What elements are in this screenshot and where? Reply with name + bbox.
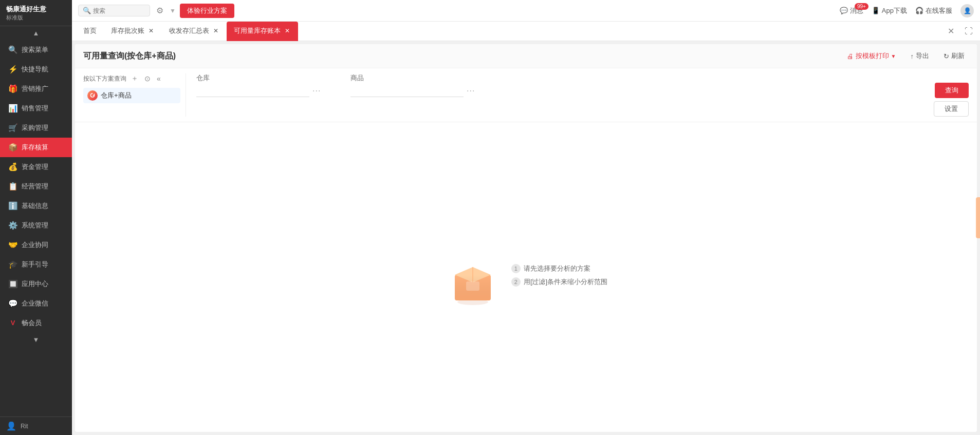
- phone-icon: 📱: [872, 7, 880, 14]
- sidebar-item-label: 销售管理: [22, 104, 48, 113]
- sidebar-footer[interactable]: 👤 Rit: [0, 417, 72, 435]
- management-icon: 📋: [8, 182, 17, 191]
- headset-icon: 🎧: [915, 7, 923, 14]
- sidebar-item-label: 基础信息: [22, 201, 48, 211]
- sidebar-item-marketing[interactable]: 🎁 营销推广: [0, 79, 72, 99]
- main-area: 🔍 ⚙ ▼ 体验行业方案 💬 消息 99+ 📱 App下载 🎧 在线客服 👤: [72, 0, 980, 435]
- collapse-icon[interactable]: «: [155, 74, 162, 83]
- tab-summary[interactable]: 收发存汇总表 ✕: [162, 22, 227, 41]
- sidebar-item-label: 营销推广: [22, 84, 48, 93]
- goods-input-row: ···: [350, 85, 494, 97]
- sidebar-item-inventory[interactable]: 📦 库存核算: [0, 138, 72, 157]
- tab-available-close-icon[interactable]: ✕: [284, 27, 291, 34]
- topbar-online-service[interactable]: 🎧 在线客服: [915, 6, 952, 15]
- right-scroll-hint: [976, 197, 980, 238]
- export-label: 导出: [916, 51, 929, 61]
- tab-summary-label: 收发存汇总表: [169, 26, 209, 35]
- sidebar-item-management[interactable]: 📋 经营管理: [0, 177, 72, 196]
- empty-state: 1 请先选择要分析的方案 2 用[过滤]条件来缩小分析范围: [75, 122, 977, 432]
- close-window-icon[interactable]: ✕: [945, 25, 957, 37]
- sidebar-item-wecom[interactable]: 💬 企业微信: [0, 294, 72, 313]
- tab-home-label: 首页: [83, 26, 97, 35]
- window-controls: ✕ ⛶: [945, 25, 976, 37]
- topbar-search-input[interactable]: [93, 7, 144, 14]
- topbar-dropdown-icon[interactable]: ▼: [170, 7, 176, 14]
- add-scheme-icon[interactable]: ＋: [130, 73, 140, 84]
- sidebar-item-finance[interactable]: 💰 资金管理: [0, 157, 72, 177]
- empty-tip-2: 2 用[过滤]条件来缩小分析范围: [511, 277, 607, 287]
- collab-icon: 🤝: [8, 240, 17, 250]
- tab-batch-account[interactable]: 库存批次账 ✕: [104, 22, 162, 41]
- quicknav-icon: ⚡: [8, 65, 17, 74]
- page-title: 可用量查询(按仓库+商品): [83, 51, 176, 62]
- tab-batch-label: 库存批次账: [111, 26, 144, 35]
- topbar-user-avatar[interactable]: 👤: [960, 4, 974, 17]
- sidebar-item-label: 系统管理: [22, 221, 48, 230]
- brand-edition: 标准版: [6, 14, 66, 22]
- scheme-refresh-icon: [89, 92, 96, 99]
- sidebar-item-guide[interactable]: 🎓 新手引导: [0, 255, 72, 274]
- sidebar-item-label: 搜索菜单: [22, 45, 48, 54]
- sidebar: 畅康通好生意 标准版 ▲ 🔍 搜索菜单 ⚡ 快捷导航 🎁 营销推广 📊 销售管理…: [0, 0, 72, 435]
- tab-available-qty[interactable]: 可用量库存账本 ✕: [227, 22, 298, 41]
- topbar-app-download[interactable]: 📱 App下载: [872, 6, 907, 15]
- sidebar-item-system[interactable]: ⚙️ 系统管理: [0, 216, 72, 235]
- empty-state-content: 1 请先选择要分析的方案 2 用[过滤]条件来缩小分析范围: [445, 252, 607, 303]
- maximize-window-icon[interactable]: ⛶: [961, 26, 976, 37]
- empty-tip-2-text: 用[过滤]条件来缩小分析范围: [524, 277, 607, 287]
- topbar-search-box[interactable]: 🔍: [78, 5, 150, 16]
- sidebar-item-quicknav[interactable]: ⚡ 快捷导航: [0, 60, 72, 79]
- sidebar-scroll-down[interactable]: ▼: [0, 333, 72, 347]
- export-icon: ↑: [911, 52, 914, 60]
- user-avatar: 👤: [960, 4, 974, 17]
- filter-field-goods: 商品 ···: [350, 73, 494, 97]
- sidebar-item-appcenter[interactable]: 🔲 应用中心: [0, 274, 72, 294]
- system-icon: ⚙️: [8, 221, 17, 230]
- goods-filter-label: 商品: [350, 73, 494, 83]
- svg-rect-4: [466, 281, 479, 291]
- print-button[interactable]: 🖨 按模板打印 ▼: [843, 49, 900, 63]
- warehouse-dots-icon[interactable]: ···: [312, 86, 321, 96]
- print-label: 按模板打印: [856, 51, 889, 61]
- sidebar-item-member[interactable]: V 畅会员: [0, 313, 72, 333]
- sidebar-scroll-up[interactable]: ▲: [0, 26, 72, 40]
- tab-summary-close-icon[interactable]: ✕: [212, 27, 219, 34]
- topbar-gear-icon[interactable]: ⚙: [154, 4, 165, 17]
- brand-name: 畅康通好生意: [6, 5, 66, 14]
- settings-button[interactable]: 设置: [934, 101, 969, 117]
- print-icon: 🖨: [847, 52, 854, 60]
- tab-home[interactable]: 首页: [76, 22, 104, 41]
- scheme-item-warehouse-goods[interactable]: 仓库+商品: [83, 88, 180, 103]
- sidebar-item-basic-info[interactable]: ℹ️ 基础信息: [0, 196, 72, 216]
- message-icon: 💬: [840, 7, 848, 14]
- warehouse-input-row: ···: [196, 85, 340, 97]
- sidebar-item-label: 资金管理: [22, 162, 48, 172]
- settings-scheme-icon[interactable]: ⊙: [143, 74, 152, 83]
- goods-input[interactable]: [350, 85, 464, 97]
- warehouse-input[interactable]: [196, 85, 309, 97]
- sidebar-item-label: 经营管理: [22, 182, 48, 191]
- sidebar-item-purchase[interactable]: 🛒 采购管理: [0, 118, 72, 138]
- sidebar-item-search[interactable]: 🔍 搜索菜单: [0, 40, 72, 60]
- warehouse-filter-label: 仓库: [196, 73, 340, 83]
- industry-solution-button[interactable]: 体验行业方案: [180, 4, 234, 18]
- refresh-button[interactable]: ↻ 刷新: [939, 49, 969, 63]
- tab-available-label: 可用量库存账本: [234, 26, 281, 35]
- sidebar-item-sales[interactable]: 📊 销售管理: [0, 99, 72, 118]
- query-button[interactable]: 查询: [935, 83, 969, 98]
- goods-dots-icon[interactable]: ···: [467, 86, 475, 96]
- sidebar-item-collab[interactable]: 🤝 企业协同: [0, 235, 72, 255]
- sidebar-item-label: 库存核算: [22, 143, 48, 152]
- page-header: 可用量查询(按仓库+商品) 🖨 按模板打印 ▼ ↑ 导出 ↻ 刷新: [75, 44, 977, 68]
- tab-batch-close-icon[interactable]: ✕: [147, 27, 155, 34]
- guide-icon: 🎓: [8, 260, 17, 269]
- empty-tip-1-text: 请先选择要分析的方案: [524, 264, 590, 273]
- filter-field-warehouse: 仓库 ···: [196, 73, 340, 97]
- topbar-messages[interactable]: 💬 消息 99+: [840, 6, 863, 15]
- sidebar-item-label: 畅会员: [22, 318, 42, 328]
- scheme-item-label: 仓库+商品: [101, 91, 132, 100]
- sidebar-header: 畅康通好生意 标准版: [0, 0, 72, 26]
- print-dropdown-icon[interactable]: ▼: [891, 53, 896, 59]
- export-button[interactable]: ↑ 导出: [907, 49, 934, 63]
- user-avatar-icon: 👤: [6, 421, 16, 431]
